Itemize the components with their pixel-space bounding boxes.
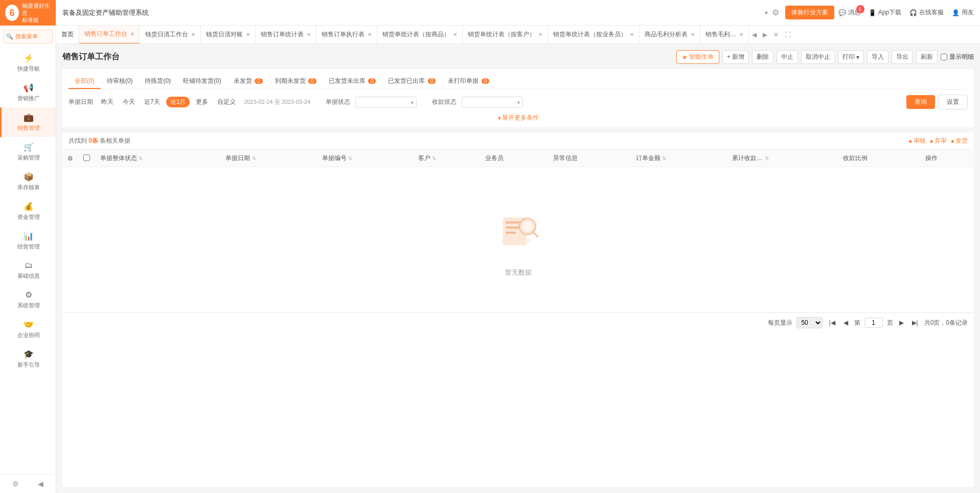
tab-nav-next[interactable]: ▶	[760, 26, 770, 44]
date-today[interactable]: 今天	[120, 97, 138, 107]
tab-close-sales-stat1[interactable]: ✕	[307, 32, 311, 37]
cancel-review-action-btn[interactable]: ● 弃审	[930, 137, 947, 145]
header-dropdown-icon[interactable]: ▾	[765, 9, 768, 16]
filter-tab-not-printed[interactable]: 未打印单据 0	[442, 74, 495, 89]
expand-conditions[interactable]: ▾ 展开更多条件	[498, 114, 539, 122]
tab-close-all[interactable]: ✕	[770, 26, 782, 44]
tab-close-sales-stat3[interactable]: ✕	[453, 32, 457, 37]
filter-tab-pending-review[interactable]: 待审核(0)	[101, 74, 139, 89]
tab-close-sales-stat2[interactable]: ✕	[368, 32, 372, 37]
show-detail-checkbox[interactable]	[941, 54, 947, 60]
print-button[interactable]: 打印 ▾	[838, 50, 864, 64]
sidebar-item-purchase[interactable]: 🛒 采购管理	[0, 137, 56, 167]
page-first-btn[interactable]: |◀	[827, 318, 837, 327]
select-all-checkbox[interactable]	[83, 154, 90, 161]
sidebar-item-label: 资金管理	[17, 213, 40, 221]
sidebar-item-sales[interactable]: 💼 销售管理	[0, 107, 56, 137]
sidebar-item-operations[interactable]: 📊 经营管理	[0, 226, 56, 256]
sort-icon-customer[interactable]: ⇅	[432, 155, 436, 161]
tab-close-sales-stat5[interactable]: ✕	[630, 32, 634, 37]
message-btn[interactable]: 💬 消息 6	[838, 8, 860, 17]
date-custom[interactable]: 自定义	[214, 97, 239, 107]
tab-close-cash-reconcile[interactable]: ✕	[246, 32, 250, 37]
cancel-pause-button[interactable]: 取消中止	[801, 50, 835, 64]
tab-close-sales-more[interactable]: ✕	[739, 32, 743, 37]
search-menu-button[interactable]: 🔍 搜索菜单	[3, 30, 53, 43]
tab-sales-stat6[interactable]: 商品毛利分析表 ✕	[640, 26, 700, 44]
tab-sales-more[interactable]: 销售毛利… ✕	[700, 26, 749, 44]
page-last-btn[interactable]: ▶|	[910, 318, 920, 327]
tab-close-cash-daily[interactable]: ✕	[191, 32, 195, 37]
tab-expand[interactable]: ⛶	[782, 26, 794, 44]
tab-sales-stat1[interactable]: 销售订单统计表 ✕	[256, 26, 316, 44]
filter-tab-not-shipped[interactable]: 未发货 0	[227, 74, 269, 89]
col-settings[interactable]: ⚙	[62, 150, 78, 167]
online-service-btn[interactable]: 🎧 在线客服	[909, 8, 944, 17]
sidebar-item-newbie[interactable]: 🎓 新手引导	[0, 344, 56, 374]
date-yesterday[interactable]: 昨天	[98, 97, 117, 107]
page-size-select[interactable]: 10 20 50 100	[796, 317, 823, 328]
export-button[interactable]: 导出	[892, 50, 913, 64]
sidebar-item-base-info[interactable]: 🗂 基础信息	[0, 256, 56, 285]
ship-action-btn[interactable]: ● 发货	[951, 137, 968, 145]
pause-button[interactable]: 中止	[777, 50, 798, 64]
sidebar-item-system[interactable]: ⚙ 系统管理	[0, 285, 56, 315]
query-button[interactable]: 查询	[906, 95, 935, 109]
header-settings-icon[interactable]: ⚙	[772, 8, 779, 17]
page-prev-btn[interactable]: ◀	[841, 318, 850, 327]
sidebar-item-inventory[interactable]: 📦 库存核算	[0, 167, 56, 196]
payment-select[interactable]	[462, 97, 523, 108]
add-button[interactable]: + 新增	[722, 50, 749, 64]
sidebar-search[interactable]: 🔍 搜索菜单	[0, 26, 56, 48]
app-download-btn[interactable]: 📱 App下载	[869, 8, 901, 17]
tab-nav-prev[interactable]: ◀	[749, 26, 760, 44]
tab-sales-stat3[interactable]: 销货单统计表（按商品） ✕	[377, 26, 463, 44]
sidebar-collapse-button[interactable]: ◀	[38, 480, 43, 488]
tab-close-sales-stat4[interactable]: ✕	[538, 32, 542, 37]
date-last7[interactable]: 近7天	[141, 97, 163, 107]
sort-icon-date[interactable]: ⇅	[252, 155, 256, 161]
filter-tab-shipped-warehoused[interactable]: 已发货已出库 0	[382, 74, 442, 89]
review-action-btn[interactable]: ● 审核	[908, 137, 925, 145]
refresh-button[interactable]: 刷新	[916, 50, 938, 64]
sidebar-item-finance[interactable]: 💰 资金管理	[0, 196, 56, 226]
filter-tab-shipped-not-warehoused[interactable]: 已发货未出库 0	[323, 74, 382, 89]
sidebar-item-marketing[interactable]: 📢 营销推广	[0, 78, 56, 107]
industry-btn[interactable]: 体验行业方案	[785, 6, 834, 19]
status-select[interactable]	[355, 97, 417, 108]
user-btn[interactable]: 👤 用友	[952, 8, 974, 17]
filter-tab-all[interactable]: 全部(0)	[69, 74, 101, 89]
date-more[interactable]: 更多	[193, 97, 211, 107]
sort-icon-collected[interactable]: ⇅	[765, 155, 769, 161]
tab-sales-stat4[interactable]: 销货单统计表（按客户） ✕	[463, 26, 548, 44]
filter-tab-pending-inspect[interactable]: 待拣货(0)	[139, 74, 177, 89]
sort-icon[interactable]: ⇅	[139, 155, 143, 161]
user-icon: 👤	[952, 9, 960, 16]
tab-cash-reconcile[interactable]: 钱货日清对账 ✕	[201, 26, 256, 44]
filter-card: 全部(0) 待审核(0) 待拣货(0) 旺铺待发货(0) 未发货 0 到期未发货	[62, 69, 974, 127]
tab-home[interactable]: 首页	[56, 26, 79, 44]
import-button[interactable]: 导入	[867, 50, 888, 64]
set-button[interactable]: 设置	[938, 95, 968, 109]
tab-sales-stat2[interactable]: 销售订单执行表 ✕	[316, 26, 377, 44]
filter-tab-overdue[interactable]: 到期未发货 0	[269, 74, 323, 89]
smart-create-button[interactable]: ★ 智能生单	[676, 50, 719, 64]
sort-icon-amount[interactable]: ⇅	[662, 155, 666, 161]
sidebar-settings-button[interactable]: ⚙	[12, 480, 19, 488]
sort-icon-number[interactable]: ⇅	[348, 155, 352, 161]
sidebar-item-quick-nav[interactable]: ⚡ 快捷导航	[0, 48, 56, 78]
tab-close-sales-stat6[interactable]: ✕	[691, 32, 695, 37]
page-number-input[interactable]	[864, 318, 883, 328]
col-check[interactable]	[78, 150, 95, 167]
sidebar-item-enterprise[interactable]: 🤝 企业协同	[0, 315, 56, 344]
tab-sales-workbench[interactable]: 销售订单工作台 ✕	[79, 26, 140, 44]
tab-sales-stat5[interactable]: 销货单统计表（按业务员） ✕	[548, 26, 640, 44]
show-detail-checkbox-label[interactable]: 显示明细	[941, 53, 974, 61]
tab-cash-daily[interactable]: 钱货日清工作台 ✕	[140, 26, 201, 44]
inventory-icon: 📦	[24, 172, 34, 182]
date-last1m[interactable]: 近1月	[166, 97, 190, 107]
page-next-btn[interactable]: ▶	[897, 318, 906, 327]
delete-button[interactable]: 删除	[752, 50, 773, 64]
filter-tab-wangpu[interactable]: 旺铺待发货(0)	[177, 74, 227, 89]
tab-close-sales-workbench[interactable]: ✕	[130, 31, 134, 37]
